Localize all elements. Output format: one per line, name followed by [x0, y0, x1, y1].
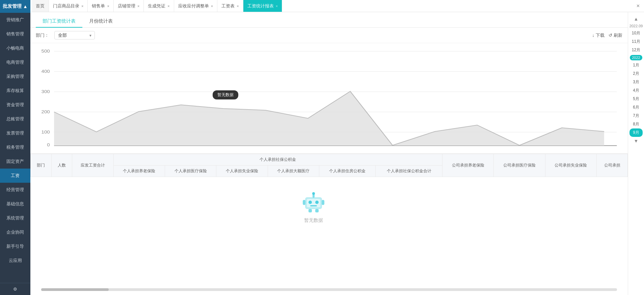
empty-text: 暂无数据	[304, 217, 323, 224]
month-10-label[interactable]: 10月	[628, 29, 644, 37]
sidebar-item-营销推广[interactable]: 营销推广	[0, 13, 30, 27]
sub-tabs: 部门工资统计表 月份统计表	[30, 12, 628, 28]
year-2022-label[interactable]: 2022.09	[628, 23, 644, 29]
col-header-个人承担养老保险: 个人承担养老保险	[113, 166, 165, 177]
sidebar-item-工资[interactable]: 工资	[0, 169, 30, 183]
tab-门店商品目录[interactable]: 门店商品目录 ×	[49, 0, 88, 12]
sidebar-item-基础信息[interactable]: 基础信息	[0, 197, 30, 211]
gear-icon: ⚙	[13, 287, 17, 292]
chart-table-area: 500 400 300 200 100 0	[30, 43, 628, 295]
tab-label: 工资表	[221, 3, 235, 9]
sidebar-item-系统管理[interactable]: 系统管理	[0, 211, 30, 225]
sidebar-item-发票管理[interactable]: 发票管理	[0, 126, 30, 140]
empty-icon	[300, 190, 327, 214]
sidebar-item-采购管理[interactable]: 采购管理	[0, 69, 30, 84]
svg-point-15	[308, 201, 312, 204]
tab-label: 应收应付调整单	[178, 3, 209, 9]
tab-label: 销售单	[92, 3, 105, 9]
sidebar-item-库存核算[interactable]: 库存核算	[0, 84, 30, 98]
svg-rect-20	[303, 200, 305, 205]
main-content: 首页 门店商品目录 × 销售单 × 店铺管理 × 生成凭证 × 应收应付调整单 …	[30, 0, 644, 295]
year-panel: ▲ 2022.09 10月 11月 12月 2022 1月 2月	[628, 12, 644, 295]
col-header-个人承担大额医疗: 个人承担大额医疗	[268, 166, 319, 177]
col-header-公司承担养老保险: 公司承担养老保险	[442, 154, 494, 177]
month-8-label[interactable]: 8月	[628, 120, 644, 128]
tab-close-icon[interactable]: ×	[276, 4, 278, 8]
sidebar-item-新手引导[interactable]: 新手引导	[0, 239, 30, 254]
refresh-button[interactable]: ↺ 刷新	[609, 32, 622, 38]
month-1-label[interactable]: 1月	[628, 61, 644, 69]
dept-select-wrapper[interactable]: 全部	[54, 31, 95, 39]
month-12-label[interactable]: 12月	[628, 46, 644, 54]
year-panel-up-button[interactable]: ▲	[631, 15, 642, 23]
month-7-label[interactable]: 7月	[628, 112, 644, 120]
tab-应收应付调整单[interactable]: 应收应付调整单 ×	[174, 0, 217, 12]
tab-close-icon[interactable]: ×	[81, 4, 83, 8]
col-header-公司承担失业保险: 公司承担失业保险	[545, 154, 596, 177]
tab-close-icon[interactable]: ×	[167, 4, 169, 8]
sub-tab-部门工资统计表[interactable]: 部门工资统计表	[36, 16, 82, 28]
year-2022-badge[interactable]: 2022	[630, 55, 642, 60]
sidebar-item-电商管理[interactable]: 电商管理	[0, 55, 30, 69]
sub-tab-月份统计表[interactable]: 月份统计表	[82, 16, 119, 28]
tab-label: 门店商品目录	[53, 3, 79, 9]
svg-text:200: 200	[42, 110, 50, 114]
tab-首页[interactable]: 首页	[32, 0, 49, 12]
sidebar-chevron-icon: ▲	[23, 4, 28, 9]
page-area: 部门工资统计表 月份统计表 部门： 全部 ↓ 下载	[30, 12, 644, 295]
table-container[interactable]: 部门 人数 应发工资合计 个人承担社保公积金 公司承担养老保险 公司承担医疗保险…	[30, 153, 628, 286]
svg-marker-12	[54, 91, 604, 146]
month-11-label[interactable]: 11月	[628, 37, 644, 46]
sidebar-item-销售管理[interactable]: 销售管理	[0, 27, 30, 41]
svg-rect-23	[315, 209, 319, 212]
sidebar-item-固定资产[interactable]: 固定资产	[0, 154, 30, 169]
tab-生成凭证[interactable]: 生成凭证 ×	[144, 0, 174, 12]
month-4-label[interactable]: 4月	[628, 86, 644, 95]
sidebar-item-经营管理[interactable]: 经营管理	[0, 183, 30, 197]
refresh-icon: ↺	[609, 33, 612, 38]
month-2-label[interactable]: 2月	[628, 69, 644, 78]
col-header-个人承担住房公积金: 个人承担住房公积金	[319, 166, 375, 177]
sidebar-header[interactable]: 批发管理 ▲	[0, 0, 30, 13]
tab-close-icon[interactable]: ×	[107, 4, 109, 8]
svg-text:400: 400	[42, 69, 50, 73]
month-6-label[interactable]: 6月	[628, 103, 644, 112]
sidebar-item-小畅电商[interactable]: 小畅电商	[0, 41, 30, 55]
tab-店铺管理[interactable]: 店铺管理 ×	[114, 0, 144, 12]
sidebar-item-企业协同[interactable]: 企业协同	[0, 225, 30, 239]
toolbar: 部门： 全部 ↓ 下载 ↺ 刷新	[30, 28, 628, 43]
month-9-label[interactable]: 9月	[629, 128, 643, 137]
settings-button[interactable]: ⚙	[0, 283, 30, 295]
svg-point-19	[312, 192, 315, 195]
sidebar-item-总账管理[interactable]: 总账管理	[0, 112, 30, 126]
dept-select[interactable]: 全部	[54, 31, 95, 39]
tab-label: 首页	[36, 3, 45, 9]
sidebar-item-税务管理[interactable]: 税务管理	[0, 140, 30, 154]
close-all-button[interactable]: ✕	[634, 3, 643, 8]
year-panel-down-button[interactable]: ▼	[631, 137, 642, 145]
horizontal-scrollbar[interactable]	[41, 288, 617, 291]
chart-svg: 500 400 300 200 100 0	[37, 49, 621, 150]
svg-rect-17	[310, 205, 317, 206]
tab-close-icon[interactable]: ×	[211, 4, 213, 8]
download-button[interactable]: ↓ 下载	[592, 32, 605, 38]
tab-close-icon[interactable]: ×	[137, 4, 139, 8]
tab-close-icon[interactable]: ×	[237, 4, 239, 8]
col-header-个人承担社保公积金合计: 个人承担社保公积金合计	[376, 166, 442, 177]
sidebar: 批发管理 ▲ 营销推广 销售管理 小畅电商 电商管理 采购管理 库存核算 资金管…	[0, 0, 30, 295]
empty-state: 暂无数据	[31, 177, 597, 237]
sidebar-item-云应用[interactable]: 云应用	[0, 254, 30, 268]
tab-销售单[interactable]: 销售单 ×	[88, 0, 113, 12]
col-header-公司承担医疗保险: 公司承担医疗保险	[494, 154, 545, 177]
tab-工资统计报表[interactable]: 工资统计报表 ×	[243, 0, 282, 12]
dept-label: 部门：	[36, 32, 49, 38]
month-3-label[interactable]: 3月	[628, 78, 644, 86]
scrollbar-thumb[interactable]	[41, 288, 109, 291]
col-header-应发工资合计: 应发工资合计	[72, 154, 113, 177]
svg-text:300: 300	[42, 89, 50, 94]
svg-text:0: 0	[47, 143, 50, 147]
sidebar-item-资金管理[interactable]: 资金管理	[0, 98, 30, 112]
month-5-label[interactable]: 5月	[628, 95, 644, 103]
col-header-人数: 人数	[51, 154, 72, 177]
tab-工资表[interactable]: 工资表 ×	[217, 0, 243, 12]
